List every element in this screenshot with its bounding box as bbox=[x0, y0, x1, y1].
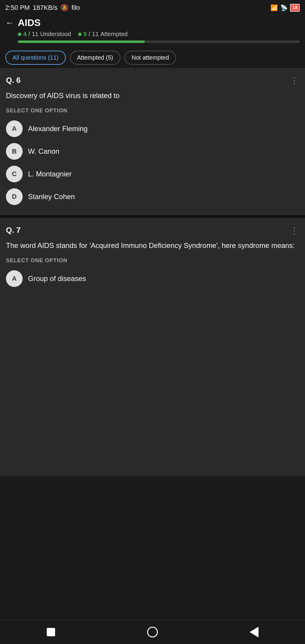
question-6-card: Q. 6 ⋮ Discovery of AIDS virus is relate… bbox=[0, 68, 305, 215]
status-bar: 2:50 PM 187KB/s 🔕 filo 📶 📡 18 bbox=[0, 0, 305, 14]
understood-dot bbox=[18, 32, 21, 36]
nav-home-button[interactable] bbox=[145, 625, 160, 639]
question-7-number: Q. 7 bbox=[6, 226, 21, 235]
understood-total: 11 bbox=[32, 31, 38, 38]
tab-not-attempted[interactable]: Not attempted bbox=[125, 51, 176, 65]
battery-level: 18 bbox=[290, 4, 300, 12]
carrier-name: filo bbox=[71, 4, 80, 12]
progress-bar-fill bbox=[18, 41, 145, 43]
time-display: 2:50 PM bbox=[5, 4, 30, 12]
question-7-card: Q. 7 ⋮ The word AIDS stands for 'Acquire… bbox=[0, 218, 305, 297]
header-stats: 4 / 11 Understood 5 / 11 Attempted bbox=[18, 31, 300, 38]
tab-attempted[interactable]: Attempted (5) bbox=[70, 51, 120, 65]
tab-all-questions[interactable]: All questions (11) bbox=[5, 51, 66, 65]
attempted-count: 5 bbox=[83, 31, 87, 38]
question-6-option-b[interactable]: B W. Canon bbox=[6, 143, 299, 160]
question-6-menu[interactable]: ⋮ bbox=[290, 76, 299, 86]
understood-label: Understood bbox=[40, 31, 71, 38]
attempted-dot bbox=[78, 32, 82, 36]
question-6-option-a[interactable]: A Alexander Fleming bbox=[6, 120, 299, 137]
attempted-separator: / bbox=[88, 31, 90, 38]
question-6-select-label: SELECT ONE OPTION bbox=[6, 108, 299, 114]
option-b-circle: B bbox=[6, 143, 23, 160]
question-6-option-d[interactable]: D Stanley Cohen bbox=[6, 188, 299, 205]
option-b-text: W. Canon bbox=[28, 147, 59, 156]
question-6-header: Q. 6 ⋮ bbox=[6, 76, 299, 86]
circle-icon bbox=[147, 627, 158, 637]
nav-square-button[interactable] bbox=[44, 625, 58, 639]
option-a-text: Alexander Fleming bbox=[28, 125, 88, 133]
status-left: 2:50 PM 187KB/s 🔕 filo bbox=[5, 4, 80, 12]
understood-stat: 4 / 11 Understood bbox=[18, 31, 71, 38]
nav-bar bbox=[0, 620, 305, 644]
option-c-text: L. Montagnier bbox=[28, 170, 72, 178]
question-divider bbox=[0, 215, 305, 218]
q7-option-a-text: Group of diseases bbox=[28, 274, 86, 283]
option-d-circle: D bbox=[6, 188, 23, 205]
square-icon bbox=[47, 628, 55, 636]
network-speed: 187KB/s bbox=[33, 4, 57, 12]
understood-count: 4 bbox=[23, 31, 27, 38]
back-button[interactable]: ← bbox=[5, 18, 14, 28]
question-6-options: A Alexander Fleming B W. Canon C L. Mont… bbox=[6, 120, 299, 208]
question-7-select-label: SELECT ONE OPTION bbox=[6, 257, 299, 264]
progress-bar-container bbox=[18, 41, 300, 43]
option-c-circle: C bbox=[6, 166, 23, 182]
attempted-total: 11 bbox=[92, 31, 99, 38]
question-7-menu[interactable]: ⋮ bbox=[290, 226, 299, 235]
attempted-stat: 5 / 11 Attempted bbox=[78, 31, 127, 38]
option-d-text: Stanley Cohen bbox=[28, 193, 75, 201]
wifi-icon: 📶 bbox=[270, 4, 278, 11]
header: ← AIDS 4 / 11 Understood 5 / 11 Attempte… bbox=[0, 14, 305, 47]
spacer bbox=[0, 297, 305, 476]
page-title: AIDS bbox=[18, 17, 41, 28]
triangle-back-icon bbox=[250, 627, 259, 637]
question-7-option-a[interactable]: A Group of diseases bbox=[6, 270, 299, 287]
option-a-circle: A bbox=[6, 120, 23, 137]
question-6-number: Q. 6 bbox=[6, 76, 21, 85]
question-6-text: Discovery of AIDS virus is related to bbox=[6, 90, 299, 101]
header-top: ← AIDS bbox=[5, 17, 300, 28]
question-7-header: Q. 7 ⋮ bbox=[6, 226, 299, 235]
filter-tabs: All questions (11) Attempted (5) Not att… bbox=[0, 47, 305, 68]
nav-back-button[interactable] bbox=[247, 625, 261, 639]
question-7-text: The word AIDS stands for 'Acquired Immun… bbox=[6, 240, 299, 251]
mute-icon: 🔕 bbox=[60, 4, 69, 12]
signal-icon: 📡 bbox=[280, 4, 288, 11]
understood-separator: / bbox=[28, 31, 30, 38]
q7-option-a-circle: A bbox=[6, 270, 23, 287]
question-7-options: A Group of diseases bbox=[6, 270, 299, 290]
question-6-option-c[interactable]: C L. Montagnier bbox=[6, 166, 299, 182]
status-right: 📶 📡 18 bbox=[270, 4, 300, 12]
attempted-label: Attempted bbox=[100, 31, 127, 38]
